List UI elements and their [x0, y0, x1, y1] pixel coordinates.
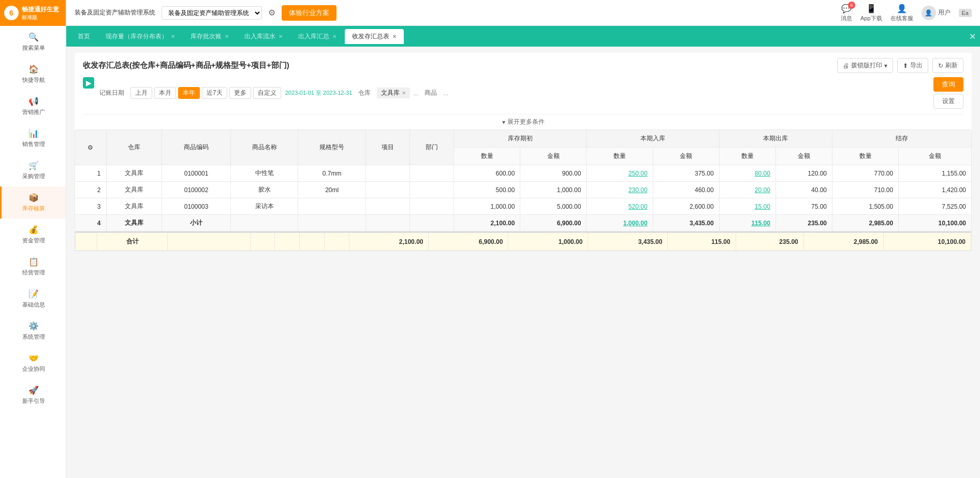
sidebar-item-marketing[interactable]: 📢 营销推广 — [0, 90, 66, 122]
sidebar-item-enterprise[interactable]: 🤝 企业协同 — [0, 347, 66, 379]
sidebar-item-purchase[interactable]: 🛒 采购管理 — [0, 154, 66, 186]
user-label: 用户 — [938, 8, 950, 17]
date-label: 记账日期 — [99, 89, 124, 97]
tab-in-out-flow-label: 出入库流水 — [244, 32, 275, 41]
subtotal-in-qty[interactable]: 1,000.00 — [587, 215, 653, 231]
sidebar-item-finance[interactable]: 💰 资金管理 — [0, 219, 66, 251]
row1-no: 1 — [75, 165, 107, 182]
print-button[interactable]: 🖨 拨锁版打印 ▾ — [837, 58, 893, 73]
date-btn-this-month[interactable]: 本月 — [154, 87, 176, 99]
table-row: 1 文具库 0100001 中性笔 0.7mm 600.00 900.00 25… — [75, 165, 972, 182]
topbar-actions: 💬 消息 6 📱 App下载 👤 在线客服 👤 用户 Ea — [841, 4, 972, 22]
tab-inventory-dist-close[interactable]: ✕ — [171, 34, 175, 39]
page-title: 收发存汇总表(按仓库+商品编码+商品+规格型号+项目+部门) — [83, 61, 289, 70]
tab-batch-accounts[interactable]: 库存批次账 ✕ — [183, 29, 236, 44]
export-button[interactable]: ⬆ 导出 — [897, 58, 928, 73]
col-in-amt: 金额 — [653, 148, 719, 165]
sales-icon: 📊 — [28, 128, 39, 138]
subtotal-warehouse: 文具库 — [106, 215, 162, 231]
sidebar-item-guide[interactable]: 🚀 新手引导 — [0, 379, 66, 411]
warehouse-tag-close[interactable]: ✕ — [402, 90, 406, 96]
row1-in-amt: 375.00 — [653, 165, 719, 182]
query-button[interactable]: 查询 — [933, 77, 963, 92]
tab-inventory-dist[interactable]: 现存量（库存分布表） ✕ — [98, 29, 182, 44]
tab-batch-accounts-label: 库存批次账 — [191, 32, 222, 41]
sidebar-item-quicknav[interactable]: 🏠 快捷导航 — [0, 58, 66, 90]
tab-in-out-flow[interactable]: 出入库流水 ✕ — [237, 29, 290, 44]
sidebar-item-sales[interactable]: 📊 销售管理 — [0, 122, 66, 154]
footer-close-qty: 2,985.00 — [803, 233, 883, 251]
subtotal-out-qty[interactable]: 115.00 — [719, 215, 776, 231]
row2-in-amt: 460.00 — [653, 182, 719, 198]
filter-main-row: 记账日期 上月 本月 本年 近7天 更多 自定义 2023-01-01 至 20… — [99, 77, 963, 109]
product-more[interactable]: ... — [443, 90, 448, 97]
sidebar-item-inventory[interactable]: 📦 库存核算 — [0, 186, 66, 219]
col-settings[interactable]: ⚙ — [75, 130, 107, 165]
warehouse-more[interactable]: ... — [413, 90, 418, 97]
tab-in-out-flow-close[interactable]: ✕ — [279, 34, 283, 39]
topbar: 装备及固定资产辅助管理系统 装备及固定资产辅助管理系统 ⚙ 体验行业方案 💬 消… — [66, 0, 980, 26]
filter-bar: ▶ 记账日期 上月 本月 本年 近7天 更多 自定义 2023-01-01 至 … — [83, 77, 963, 114]
table-header-row-1: ⚙ 仓库 商品编码 商品名称 规格型号 项目 部门 库存期初 本期入库 本期出库… — [75, 130, 972, 148]
app-download-button[interactable]: 📱 App下载 — [860, 4, 882, 22]
tab-receive-send-close[interactable]: ✕ — [392, 34, 397, 39]
message-button[interactable]: 💬 消息 6 — [841, 4, 852, 22]
sidebar-item-system[interactable]: ⚙️ 系统管理 — [0, 315, 66, 347]
row2-in-qty[interactable]: 230.00 — [587, 182, 653, 198]
date-btn-7days[interactable]: 近7天 — [202, 87, 227, 99]
tab-in-out-summary-close[interactable]: ✕ — [332, 34, 337, 39]
filter-content: 记账日期 上月 本月 本年 近7天 更多 自定义 2023-01-01 至 20… — [99, 77, 963, 109]
row2-close-amt: 1,420.00 — [899, 182, 972, 198]
footer-in-qty: 1,000.00 — [508, 233, 588, 251]
sidebar-item-operations[interactable]: 📋 经营管理 — [0, 251, 66, 283]
row1-out-qty[interactable]: 80.00 — [719, 165, 776, 182]
system-select[interactable]: 装备及固定资产辅助管理系统 — [162, 6, 262, 20]
expand-more-button[interactable]: ▾ 展开更多条件 — [83, 114, 963, 129]
online-service-button[interactable]: 👤 在线客服 — [890, 4, 913, 22]
gear-icon[interactable]: ⚙ — [268, 8, 275, 18]
print-icon: 🖨 — [843, 62, 849, 69]
tab-in-out-summary[interactable]: 出入库汇总 ✕ — [291, 29, 344, 44]
close-all-tabs[interactable]: ✕ — [969, 32, 976, 41]
row3-out-qty[interactable]: 15.00 — [719, 198, 776, 215]
data-table-container: ⚙ 仓库 商品编码 商品名称 规格型号 项目 部门 库存期初 本期入库 本期出库… — [75, 129, 972, 231]
tab-batch-accounts-close[interactable]: ✕ — [225, 34, 229, 39]
user-menu[interactable]: 👤 用户 — [922, 6, 950, 20]
subtotal-close-amt: 10,100.00 — [899, 215, 972, 231]
footer-empty6 — [324, 233, 349, 251]
row1-in-qty[interactable]: 250.00 — [587, 165, 653, 182]
sidebar-item-basic[interactable]: 📝 基础信息 — [0, 283, 66, 315]
basic-icon: 📝 — [28, 289, 39, 299]
row2-out-qty[interactable]: 20.00 — [719, 182, 776, 198]
warehouse-filter: 文具库 ✕ ... — [377, 88, 418, 98]
row2-close-qty: 710.00 — [832, 182, 899, 198]
row1-close-amt: 1,155.00 — [899, 165, 972, 182]
purchase-icon: 🛒 — [28, 161, 39, 170]
product-filter: ... — [443, 90, 448, 97]
sidebar-item-search[interactable]: 🔍 搜索菜单 — [0, 26, 66, 58]
table-body: 1 文具库 0100001 中性笔 0.7mm 600.00 900.00 25… — [75, 165, 972, 231]
date-btn-custom[interactable]: 自定义 — [253, 87, 281, 99]
date-btn-this-year[interactable]: 本年 — [178, 87, 200, 99]
date-btn-last-month[interactable]: 上月 — [130, 87, 152, 99]
app-download-label: App下载 — [860, 15, 882, 22]
footer-open-qty: 2,100.00 — [349, 233, 429, 251]
trial-button[interactable]: 体验行业方案 — [282, 5, 337, 21]
system-title: 装备及固定资产辅助管理系统 — [75, 8, 155, 17]
content-area: 收发存汇总表(按仓库+商品编码+商品+规格型号+项目+部门) 🖨 拨锁版打印 ▾… — [66, 47, 980, 478]
subtotal-out-amt: 235.00 — [776, 215, 832, 231]
filter-toggle-button[interactable]: ▶ — [83, 77, 94, 89]
footer-label: 合计 — [97, 233, 168, 251]
refresh-button[interactable]: ↻ 刷新 — [932, 58, 963, 73]
row3-in-qty[interactable]: 520.00 — [587, 198, 653, 215]
footer-empty2 — [168, 233, 250, 251]
date-range-display: 2023-01-01 至 2023-12-31 — [285, 89, 353, 97]
date-btn-more[interactable]: 更多 — [229, 87, 251, 99]
tab-receive-send[interactable]: 收发存汇总表 ✕ — [345, 29, 404, 44]
tab-home[interactable]: 首页 — [70, 29, 97, 44]
message-badge: 6 — [848, 2, 855, 9]
settings-button[interactable]: 设置 — [933, 94, 963, 109]
date-options: 上月 本月 本年 近7天 更多 自定义 2023-01-01 至 2023-12… — [130, 87, 352, 99]
subtotal-open-amt: 6,900.00 — [520, 215, 587, 231]
col-in-qty: 数量 — [587, 148, 653, 165]
